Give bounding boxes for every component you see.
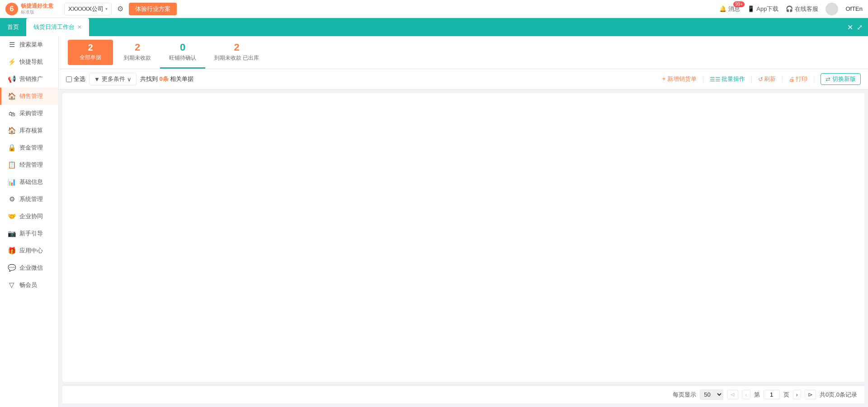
sidebar-label-purchase: 采购管理 — [19, 109, 43, 117]
main-layout: ☰ 搜索菜单 ⚡ 快捷导航 📢 营销推广 🏠 销售管理 🛍 采购管理 🏠 库存核… — [0, 36, 868, 407]
sidebar-label-system: 系统管理 — [19, 195, 43, 203]
avatar[interactable] — [826, 3, 838, 15]
message-button[interactable]: 🔔 消息 99+ — [719, 5, 740, 13]
sidebar-item-member[interactable]: ▽ 畅会员 — [0, 276, 58, 294]
finance-icon: 🔒 — [8, 144, 16, 152]
tab-close-button[interactable]: ✕ — [847, 23, 853, 32]
sidebar-item-system[interactable]: ⚙ 系统管理 — [0, 191, 58, 208]
main-content: 2 全部单据 2 到期未收款 0 旺铺待确认 2 到期未收款 已出库 全选 — [59, 36, 868, 407]
total-text: 共0页,0条记录 — [820, 391, 857, 399]
sidebar-item-marketing[interactable]: 📢 营销推广 — [0, 70, 58, 88]
toolbar: 全选 ▼ 更多条件 ∨ 共找到 0条 相关单据 + 新增销货单 ☰☰ 批量操作 — [59, 69, 868, 89]
try-industry-button[interactable]: 体验行业方案 — [129, 3, 177, 15]
filter-button[interactable]: ▼ 更多条件 ∨ — [89, 73, 137, 85]
last-page-button[interactable]: ⊳ — [805, 390, 816, 399]
sidebar-label-search-menu: 搜索菜单 — [19, 41, 43, 49]
stats-tabs: 2 全部单据 2 到期未收款 0 旺铺待确认 2 到期未收款 已出库 — [59, 36, 868, 69]
stat-tab-overdue-out[interactable]: 2 到期未收款 已出库 — [205, 36, 268, 69]
company-name: XXXXXX公司 — [68, 5, 104, 13]
sidebar-item-search-menu[interactable]: ☰ 搜索菜单 — [0, 36, 58, 53]
batch-operations-button[interactable]: ☰☰ 批量操作 — [710, 75, 745, 83]
marketing-icon: 📢 — [8, 75, 16, 83]
stat-pending-label: 旺铺待确认 — [169, 54, 196, 62]
prev-page-button[interactable]: ‹ — [742, 390, 750, 399]
select-all-label: 全选 — [74, 75, 85, 83]
username: OfTEn — [845, 5, 863, 12]
tab-home[interactable]: 首页 — [0, 18, 26, 36]
refresh-button[interactable]: ↺ 刷新 — [758, 75, 776, 83]
header-right: 🔔 消息 99+ 📱 App下载 🎧 在线客服 OfTEn — [719, 3, 863, 15]
stat-pending-num: 0 — [180, 42, 185, 53]
sidebar-item-purchase[interactable]: 🛍 采购管理 — [0, 105, 58, 122]
wechat-icon: 💬 — [8, 264, 16, 272]
guide-icon: 📷 — [8, 229, 16, 238]
stat-tab-all[interactable]: 2 全部单据 — [68, 40, 113, 65]
inventory-icon: 🏠 — [8, 126, 16, 135]
print-label: 打印 — [796, 75, 807, 83]
basic-info-icon: 📊 — [8, 178, 16, 186]
stat-overdue-label: 到期未收款 — [124, 54, 151, 62]
company-selector[interactable]: XXXXXX公司 ▾ — [64, 3, 112, 15]
tab-home-label: 首页 — [7, 23, 19, 31]
sidebar-item-quick-nav[interactable]: ⚡ 快捷导航 — [0, 53, 58, 70]
sidebar-label-member: 畅会员 — [19, 281, 37, 289]
stat-tab-overdue[interactable]: 2 到期未收款 — [115, 36, 160, 69]
divider1 — [703, 75, 703, 83]
found-count: 0条 — [160, 75, 169, 82]
print-button[interactable]: 🖨 打印 — [789, 75, 807, 83]
switch-label: 切换新版 — [832, 75, 856, 83]
switch-icon: ⇄ — [826, 76, 830, 83]
operations-icon: 📋 — [8, 161, 16, 169]
sidebar-item-basic-info[interactable]: 📊 基础信息 — [0, 173, 58, 191]
sidebar-item-guide[interactable]: 📷 新手引导 — [0, 225, 58, 242]
sidebar-item-cooperation[interactable]: 🤝 企业协同 — [0, 208, 58, 225]
found-text: 共找到 0条 相关单据 — [140, 75, 193, 83]
headset-icon: 🎧 — [786, 5, 793, 12]
select-all-input[interactable] — [66, 76, 72, 82]
divider2 — [751, 75, 752, 83]
logo-text: 畅捷通好生意 标准版 — [21, 3, 53, 14]
switch-new-version-button[interactable]: ⇄ 切换新版 — [821, 73, 861, 85]
app-download-button[interactable]: 📱 App下载 — [747, 5, 778, 13]
page-size-label: 每页显示 — [673, 391, 696, 399]
tab-close-icon[interactable]: ✕ — [77, 24, 82, 30]
toolbar-right: + 新增销货单 ☰☰ 批量操作 ↺ 刷新 🖨 打印 ⇄ — [662, 73, 861, 85]
tab-bar-actions: ✕ ⤢ — [847, 23, 868, 32]
sidebar-label-marketing: 营销推广 — [19, 75, 43, 83]
page-input[interactable] — [764, 390, 780, 399]
filter-label: 更多条件 — [102, 75, 125, 83]
sidebar-item-sales[interactable]: 🏠 销售管理 — [0, 88, 58, 105]
page-of: 页 — [783, 391, 789, 399]
divider4 — [814, 75, 814, 83]
cooperation-icon: 🤝 — [8, 212, 16, 220]
sidebar-item-wechat[interactable]: 💬 企业微信 — [0, 259, 58, 276]
page-size-select[interactable]: 20 50 100 — [700, 389, 723, 400]
sidebar-label-app-center: 应用中心 — [19, 247, 43, 255]
tab-work[interactable]: 钱货日清工作台 ✕ — [26, 18, 89, 36]
sidebar-item-inventory[interactable]: 🏠 库存核算 — [0, 122, 58, 139]
tab-expand-button[interactable]: ⤢ — [857, 23, 863, 32]
stat-overdue-num: 2 — [135, 42, 140, 53]
online-service-label: 在线客服 — [795, 5, 818, 13]
sidebar-item-app-center[interactable]: 🎁 应用中心 — [0, 242, 58, 259]
stat-tab-pending[interactable]: 0 旺铺待确认 — [160, 36, 205, 69]
tab-work-label: 钱货日清工作台 — [33, 23, 75, 31]
bell-icon: 🔔 — [719, 5, 726, 12]
next-page-button[interactable]: › — [793, 390, 801, 399]
select-all-checkbox[interactable]: 全选 — [66, 75, 85, 83]
stat-all-num: 2 — [88, 42, 93, 53]
add-sales-order-button[interactable]: + 新增销货单 — [662, 75, 697, 83]
app-center-icon: 🎁 — [8, 247, 16, 255]
sidebar-item-operations[interactable]: 📋 经营管理 — [0, 156, 58, 173]
message-badge: 99+ — [733, 1, 745, 7]
member-icon: ▽ — [8, 281, 16, 289]
settings-icon[interactable]: ⚙ — [117, 5, 123, 13]
refresh-icon: ↺ — [758, 76, 763, 83]
first-page-button[interactable]: ⊲ — [727, 390, 738, 399]
sidebar-item-finance[interactable]: 🔒 资金管理 — [0, 139, 58, 156]
sidebar-label-cooperation: 企业协同 — [19, 212, 43, 220]
logo-icon: 6 — [5, 3, 18, 15]
online-service-button[interactable]: 🎧 在线客服 — [786, 5, 818, 13]
app-download-label: App下载 — [756, 5, 778, 13]
menu-icon: ☰ — [8, 41, 16, 49]
